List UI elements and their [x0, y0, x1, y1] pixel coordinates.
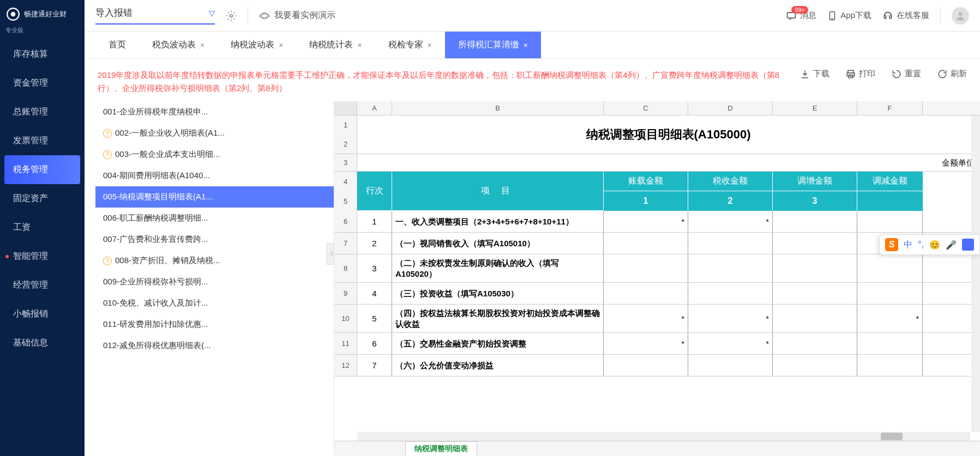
download-button[interactable]: 下载	[800, 69, 829, 79]
row-header[interactable]: 12	[334, 355, 357, 376]
list-item[interactable]: 011-研发费用加计扣除优惠...	[95, 314, 334, 335]
close-icon[interactable]: ×	[279, 41, 283, 50]
col-header[interactable]: E	[773, 101, 857, 115]
nav-expense[interactable]: 小畅报销	[0, 300, 85, 329]
cell[interactable]	[688, 283, 773, 304]
list-item[interactable]: ?003-一般企业成本支出明细...	[95, 144, 334, 165]
cell[interactable]: （三）投资收益（填写A105030）	[392, 283, 604, 304]
cell[interactable]	[857, 333, 923, 354]
list-item[interactable]: 005-纳税调整项目明细表(A1...	[95, 186, 334, 208]
list-item[interactable]: 004-期间费用明细表(A1040...	[95, 165, 334, 186]
demo-link[interactable]: 我要看实例演示	[259, 10, 335, 21]
tab-taxburden[interactable]: 税负波动表×	[139, 32, 218, 58]
cell[interactable]	[604, 254, 688, 282]
app-download-button[interactable]: App下载	[827, 10, 871, 21]
nav-basic[interactable]: 基础信息	[0, 329, 85, 357]
scroll-thumb[interactable]	[881, 433, 903, 440]
cell[interactable]	[857, 355, 923, 376]
horizontal-scrollbar[interactable]	[357, 432, 970, 441]
cell[interactable]	[773, 333, 857, 354]
row-header[interactable]: 5	[334, 191, 357, 211]
row-header[interactable]: 4	[334, 172, 357, 191]
cell[interactable]: *	[688, 211, 773, 232]
corner-cell[interactable]	[334, 101, 357, 115]
cell[interactable]: 6	[357, 333, 392, 354]
nav-inventory[interactable]: 库存核算	[0, 40, 85, 69]
list-item[interactable]: ?008-资产折旧、摊销及纳税...	[95, 250, 334, 271]
nav-business[interactable]: 经营管理	[0, 271, 85, 300]
vertical-scrollbar[interactable]	[971, 115, 980, 432]
cell[interactable]: *	[604, 211, 688, 232]
cell[interactable]: 2	[357, 233, 392, 254]
sheet-tab[interactable]: 纳税调整明细表	[405, 441, 477, 456]
cell[interactable]	[857, 254, 923, 282]
list-item[interactable]: 009-企业所得税弥补亏损明...	[95, 271, 334, 293]
row-header[interactable]: 1	[334, 115, 357, 135]
cell[interactable]: *	[604, 333, 688, 354]
ime-mic-icon[interactable]: 🎤	[946, 240, 957, 250]
cell[interactable]	[773, 305, 857, 332]
row-header[interactable]: 2	[334, 135, 357, 154]
list-item[interactable]: 012-减免所得税优惠明细表(...	[95, 335, 334, 356]
ime-keyboard-icon[interactable]	[962, 239, 974, 251]
cell[interactable]: *	[688, 333, 773, 354]
nav-smart[interactable]: 智能管理	[0, 242, 85, 271]
nav-invoice[interactable]: 发票管理	[0, 126, 85, 155]
cell[interactable]: *	[604, 305, 688, 332]
tab-taxcheck[interactable]: 税检专家×	[375, 32, 445, 58]
ime-emoji-icon[interactable]: 😊	[929, 240, 940, 250]
gear-icon[interactable]	[226, 10, 237, 21]
cell[interactable]	[688, 233, 773, 254]
cell[interactable]	[773, 283, 857, 304]
cell[interactable]: （四）按权益法核算长期股权投资对初始投资成本调整确认收益	[392, 305, 604, 332]
tab-home[interactable]: 首页	[95, 32, 139, 58]
cell[interactable]	[688, 254, 773, 282]
nav-tax[interactable]: 税务管理	[4, 155, 80, 184]
reset-button[interactable]: 重置	[892, 69, 921, 79]
import-error-dropdown[interactable]: 导入报错 ▽	[95, 7, 215, 25]
cell[interactable]	[604, 355, 688, 376]
nav-funds[interactable]: 资金管理	[0, 69, 85, 98]
row-header[interactable]: 10	[334, 305, 357, 332]
cell[interactable]	[688, 355, 773, 376]
avatar[interactable]	[952, 7, 969, 25]
nav-salary[interactable]: 工资	[0, 213, 85, 242]
row-header[interactable]: 7	[334, 233, 357, 254]
cell[interactable]	[857, 283, 923, 304]
cell[interactable]	[773, 233, 857, 254]
list-item[interactable]: 001-企业所得税年度纳税申...	[95, 101, 334, 123]
cell[interactable]: （五）交易性金融资产初始投资调整	[392, 333, 604, 354]
row-header[interactable]: 11	[334, 333, 357, 354]
list-item[interactable]: ?002-一般企业收入明细表(A1...	[95, 123, 334, 144]
tab-taxstats[interactable]: 纳税统计表×	[296, 32, 375, 58]
close-icon[interactable]: ×	[357, 41, 362, 50]
list-item[interactable]: 006-职工薪酬纳税调整明细...	[95, 208, 334, 229]
cell[interactable]: *	[857, 305, 923, 332]
cell[interactable]	[604, 283, 688, 304]
cell[interactable]: （一）视同销售收入（填写A105010）	[392, 233, 604, 254]
row-header[interactable]: 9	[334, 283, 357, 304]
cell[interactable]	[604, 233, 688, 254]
cell[interactable]	[773, 211, 857, 232]
print-button[interactable]: 打印	[846, 69, 875, 79]
refresh-button[interactable]: 刷新	[937, 69, 967, 79]
service-button[interactable]: 在线客服	[882, 10, 929, 21]
col-header[interactable]: F	[857, 101, 923, 115]
cell[interactable]	[773, 355, 857, 376]
cell[interactable]: 3	[357, 254, 392, 282]
row-header[interactable]: 3	[334, 154, 357, 171]
cell[interactable]: 5	[357, 305, 392, 332]
collapse-handle[interactable]: 《	[327, 243, 334, 265]
close-icon[interactable]: ×	[200, 41, 205, 50]
cell[interactable]: （二）未按权责发生制原则确认的收入（填写A105020）	[392, 254, 604, 282]
col-header[interactable]: C	[604, 101, 688, 115]
cell[interactable]: 7	[357, 355, 392, 376]
ime-punct-icon[interactable]: °,	[918, 240, 924, 250]
nav-ledger[interactable]: 总账管理	[0, 98, 85, 126]
list-item[interactable]: 007-广告费和业务宣传费跨...	[95, 229, 334, 250]
cell[interactable]: （六）公允价值变动净损益	[392, 355, 604, 376]
cell[interactable]: *	[688, 305, 773, 332]
list-item[interactable]: 010-免税、减计收入及加计...	[95, 293, 334, 314]
row-header[interactable]: 8	[334, 254, 357, 282]
col-header[interactable]: B	[392, 101, 604, 115]
